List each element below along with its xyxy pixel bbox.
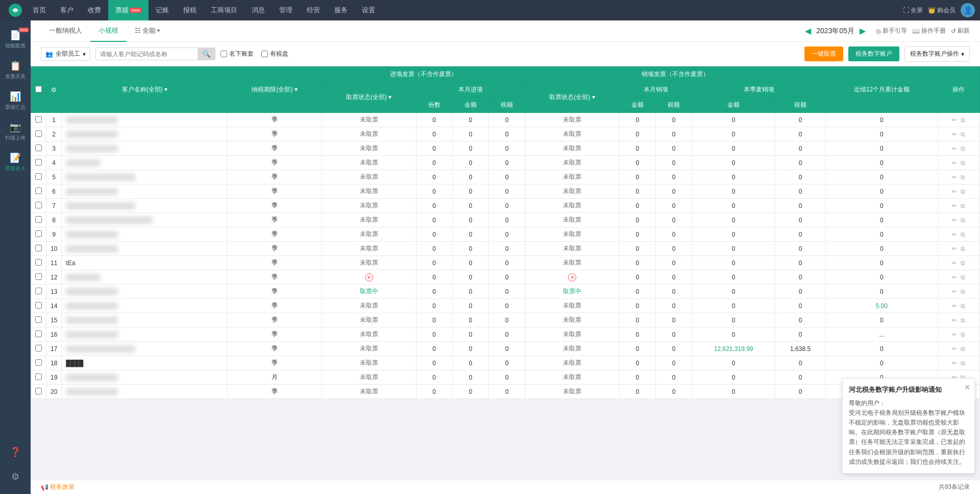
edit-icon[interactable]: ✏ — [952, 188, 957, 195]
row-checkbox[interactable] — [35, 302, 42, 309]
row-checkbox[interactable] — [35, 173, 42, 180]
popup-close-button[interactable]: ✕ — [964, 382, 970, 393]
copy-icon[interactable]: ⧉ — [961, 331, 965, 338]
row-checkbox[interactable] — [35, 345, 42, 351]
th-customer-name[interactable]: 客户名称(全部) ▾ — [62, 67, 228, 113]
copy-icon[interactable]: ⧉ — [961, 188, 965, 195]
row-checkbox[interactable] — [35, 359, 42, 366]
refresh-button[interactable]: ↺ 刷新 — [951, 27, 970, 35]
manual-button[interactable]: 📖 操作手册 — [912, 27, 946, 35]
copy-icon[interactable]: ⧉ — [961, 202, 965, 209]
edit-icon[interactable]: ✏ — [952, 202, 957, 209]
edit-icon[interactable]: ✏ — [952, 260, 957, 267]
edit-icon[interactable]: ✏ — [952, 116, 957, 124]
guide-button[interactable]: ◎ 新手引导 — [876, 27, 907, 35]
row-checkbox[interactable] — [35, 230, 42, 237]
fullscreen-button[interactable]: ⛶ 全屏 — [903, 6, 923, 15]
member-button[interactable]: 👑 购会员 — [928, 6, 955, 15]
tab-small-scale[interactable]: 小规模 — [90, 20, 127, 42]
copy-icon[interactable]: ⧉ — [961, 174, 965, 181]
employee-select[interactable]: 👥 全部员工 ▾ — [41, 47, 90, 61]
avatar[interactable]: 👤 — [961, 3, 975, 17]
row-checkbox[interactable] — [35, 130, 42, 137]
tab-all-capable[interactable]: ☷ 全能 ▾ — [127, 20, 168, 42]
row-checkbox[interactable] — [35, 273, 42, 280]
nav-operation[interactable]: 经营 — [300, 0, 327, 20]
row-checkbox[interactable] — [35, 159, 42, 166]
search-input[interactable] — [95, 48, 198, 60]
copy-icon[interactable]: ⧉ — [961, 274, 965, 281]
edit-icon[interactable]: ✏ — [952, 245, 957, 252]
checkbox-sub-accounts[interactable]: 名下账套 — [220, 50, 254, 58]
row-checkbox[interactable] — [35, 245, 42, 251]
next-month-button[interactable]: ▶ — [860, 26, 866, 36]
nav-customer[interactable]: 客户 — [53, 0, 81, 20]
sub-accounts-input[interactable] — [220, 51, 227, 57]
sidebar-item-scan[interactable]: 📷 扫描上传 — [0, 117, 31, 146]
edit-icon[interactable]: ✏ — [952, 231, 957, 238]
copy-icon[interactable]: ⧉ — [961, 317, 965, 324]
row-checkbox[interactable] — [35, 288, 42, 294]
row-checkbox[interactable] — [35, 187, 42, 194]
row-checkbox[interactable] — [35, 216, 42, 223]
copy-icon[interactable]: ⧉ — [961, 116, 965, 124]
copy-icon[interactable]: ⧉ — [961, 159, 965, 167]
row-checkbox[interactable] — [35, 373, 42, 380]
sidebar-item-config[interactable]: ⚙ — [7, 467, 23, 486]
digital-account-button[interactable]: 税务数字账户 — [848, 46, 899, 61]
tax-disk-input[interactable] — [261, 51, 268, 57]
nav-message[interactable]: 消息 — [244, 0, 272, 20]
edit-icon[interactable]: ✏ — [952, 345, 957, 352]
th-out-status[interactable]: 取票状态(全部) ▾ — [525, 82, 620, 113]
row-checkbox[interactable] — [35, 316, 42, 323]
th-tax-period[interactable]: 纳税期限(全部) ▾ — [228, 67, 322, 113]
row-checkbox[interactable] — [35, 116, 42, 123]
nav-service[interactable]: 服务 — [327, 0, 355, 20]
nav-business[interactable]: 工商项目 — [204, 0, 244, 20]
edit-icon[interactable]: ✏ — [952, 131, 957, 138]
edit-icon[interactable]: ✏ — [952, 331, 957, 338]
edit-icon[interactable]: ✏ — [952, 317, 957, 324]
edit-icon[interactable]: ✏ — [952, 302, 957, 310]
select-all-checkbox[interactable] — [35, 86, 42, 92]
copy-icon[interactable]: ⧉ — [961, 231, 965, 238]
nav-invoice[interactable]: 票据 new — [108, 0, 149, 20]
sidebar-item-open-invoice[interactable]: 📋 发票开具 — [0, 56, 31, 84]
copy-icon[interactable]: ⧉ — [961, 217, 965, 224]
nav-home[interactable]: 首页 — [26, 0, 53, 20]
sidebar-item-help[interactable]: ❓ — [7, 442, 23, 462]
nav-manage[interactable]: 管理 — [272, 0, 300, 20]
edit-icon[interactable]: ✏ — [952, 159, 957, 167]
row-checkbox[interactable] — [35, 202, 42, 208]
row-checkbox[interactable] — [35, 331, 42, 337]
settings-icon[interactable]: ⚙ — [51, 86, 57, 93]
edit-icon[interactable]: ✏ — [952, 174, 957, 181]
copy-icon[interactable]: ⧉ — [961, 288, 965, 295]
copy-icon[interactable]: ⧉ — [961, 360, 965, 367]
nav-tax[interactable]: 报税 — [176, 0, 204, 20]
edit-icon[interactable]: ✏ — [952, 288, 957, 295]
edit-icon[interactable]: ✏ — [952, 145, 957, 152]
nav-accounting[interactable]: 记账 — [149, 0, 176, 20]
row-checkbox[interactable] — [35, 388, 42, 394]
search-button[interactable]: 🔍 — [198, 48, 215, 60]
row-checkbox[interactable] — [35, 145, 42, 151]
copy-icon[interactable]: ⧉ — [961, 345, 965, 352]
tab-general-taxpayer[interactable]: 一般纳税人 — [41, 20, 90, 42]
edit-icon[interactable]: ✏ — [952, 217, 957, 224]
tax-policy-link[interactable]: 📢 税务政策 — [41, 483, 75, 491]
copy-icon[interactable]: ⧉ — [961, 131, 965, 138]
checkbox-tax-disk[interactable]: 有税盘 — [261, 50, 288, 58]
copy-icon[interactable]: ⧉ — [961, 302, 965, 310]
logo[interactable] — [5, 0, 26, 20]
edit-icon[interactable]: ✏ — [952, 274, 957, 281]
copy-icon[interactable]: ⧉ — [961, 260, 965, 267]
th-in-status[interactable]: 取票状态(全部) ▾ — [322, 82, 416, 113]
nav-settings[interactable]: 设置 — [355, 0, 382, 20]
one-click-ticket-button[interactable]: 一键取票 — [804, 46, 843, 61]
digital-account-ops-button[interactable]: 税务数字账户操作 ▾ — [904, 46, 970, 62]
row-checkbox[interactable] — [35, 259, 42, 266]
sidebar-item-summary[interactable]: 📊 票据汇总 — [0, 87, 31, 115]
copy-icon[interactable]: ⧉ — [961, 145, 965, 152]
edit-icon[interactable]: ✏ — [952, 360, 957, 367]
